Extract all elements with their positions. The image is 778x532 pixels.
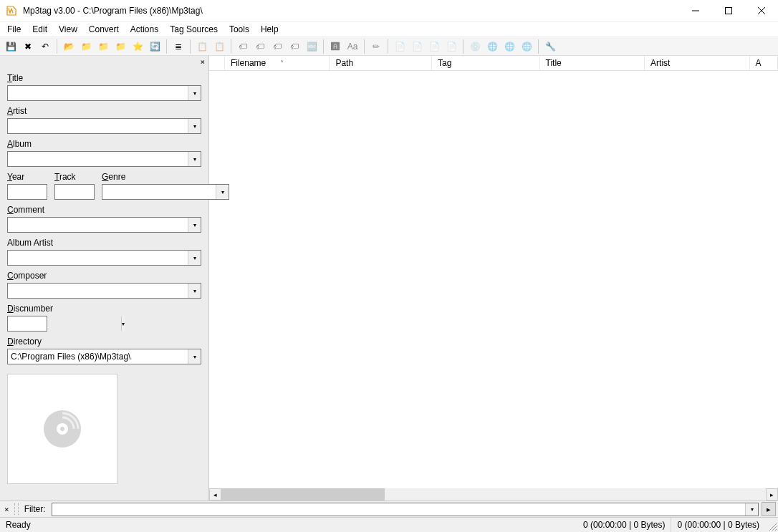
directory-label: Directory (7, 337, 201, 347)
titlebar: Mp3tag v3.00 - C:\Program Files (x86)\Mp… (0, 0, 778, 22)
column-headers: FilenamePathTagTitleArtistA (209, 56, 778, 71)
track-label: Track (54, 172, 95, 182)
genre-label: Genre (102, 172, 229, 182)
comment-field[interactable]: ▾ (7, 217, 201, 233)
chevron-down-icon[interactable]: ▾ (188, 152, 201, 166)
file-to-tag-icon: 🏷 (252, 39, 268, 54)
chevron-down-icon[interactable]: ▾ (188, 218, 201, 232)
list-icon[interactable]: ≣ (171, 39, 186, 54)
column-path[interactable]: Path (330, 56, 432, 70)
doc3-icon: 📄 (426, 39, 442, 54)
close-icon[interactable]: × (198, 57, 207, 67)
filter-field[interactable]: ▾ (52, 503, 759, 516)
status-total: 0 (00:00:00 | 0 Bytes) (671, 518, 765, 532)
delete-icon[interactable]: ✖ (20, 39, 36, 54)
folder-fav-icon[interactable]: 📁 (112, 39, 128, 54)
apply-filter-button[interactable]: ▸ (762, 502, 776, 516)
scroll-thumb[interactable] (221, 488, 385, 500)
status-selection: 0 (00:00:00 | 0 Bytes) (577, 518, 672, 532)
album-label: Album (7, 139, 201, 149)
filter-bar: × Filter: ▾ ▸ (0, 500, 778, 517)
folder-star-icon[interactable]: 📁 (95, 39, 111, 54)
copy-icon: 📋 (194, 39, 210, 54)
artist-label: Artist (7, 106, 201, 116)
albumartist-field[interactable]: ▾ (7, 250, 201, 266)
tag-to-file-icon: 🏷 (235, 39, 251, 54)
text-convert-icon: 🔤 (304, 39, 320, 54)
column-tag[interactable]: Tag (432, 56, 539, 70)
menu-tag-sources[interactable]: Tag Sources (164, 23, 224, 36)
composer-label: Composer (7, 271, 201, 281)
scroll-right-icon[interactable]: ▸ (766, 488, 778, 500)
discnumber-field[interactable]: ▾ (7, 316, 47, 332)
status-bar: Ready 0 (00:00:00 | 0 Bytes) 0 (00:00:00… (0, 517, 778, 532)
status-ready: Ready (0, 518, 43, 532)
app-icon (6, 5, 17, 16)
title-field[interactable]: ▾ (7, 85, 201, 101)
year-field[interactable]: ▾ (7, 184, 47, 200)
cover-art[interactable] (7, 374, 117, 484)
disc-icon: 💿 (467, 39, 483, 54)
column-filename[interactable]: Filename (225, 56, 330, 70)
file-list-body[interactable] (209, 71, 778, 488)
chevron-down-icon[interactable]: ▾ (188, 349, 201, 364)
menu-convert[interactable]: Convert (83, 23, 125, 36)
chevron-down-icon[interactable]: ▾ (188, 119, 201, 133)
row-gutter (209, 56, 225, 70)
resize-grip[interactable] (765, 518, 778, 532)
track-field[interactable]: ▾ (54, 184, 95, 200)
directory-field[interactable]: ▾ (7, 349, 201, 364)
horizontal-scrollbar[interactable]: ◂ ▸ (209, 488, 778, 500)
menu-tools[interactable]: Tools (224, 23, 255, 36)
star-icon[interactable]: ⭐ (130, 39, 145, 54)
doc2-icon: 📄 (409, 39, 425, 54)
menu-actions[interactable]: Actions (125, 23, 164, 36)
refresh-icon[interactable]: 🔄 (147, 39, 163, 54)
svg-point-6 (60, 427, 64, 431)
web2-icon: 🌐 (501, 39, 517, 54)
web-icon: 🌐 (484, 39, 500, 54)
window-title: Mp3tag v3.00 - C:\Program Files (x86)\Mp… (23, 6, 203, 16)
chevron-down-icon[interactable]: ▾ (188, 251, 201, 265)
column-a[interactable]: A (750, 56, 778, 70)
save-icon[interactable]: 💾 (3, 39, 19, 54)
column-artist[interactable]: Artist (645, 56, 750, 70)
year-label: Year (7, 172, 47, 182)
close-icon[interactable]: × (2, 505, 11, 514)
menu-help[interactable]: Help (255, 23, 284, 36)
toolbar: 💾✖↶📂📁📁📁⭐🔄≣📋📋🏷🏷🏷🏷🔤🅰Aa✏📄📄📄📄💿🌐🌐🌐🔧 (0, 37, 778, 56)
chevron-down-icon[interactable]: ▾ (188, 86, 201, 100)
tag-to-tag-icon: 🏷 (269, 39, 285, 54)
menubar: FileEditViewConvertActionsTag SourcesToo… (0, 22, 778, 37)
doc4-icon: 📄 (443, 39, 459, 54)
artist-field[interactable]: ▾ (7, 118, 201, 134)
replace-icon: 🅰 (327, 39, 343, 54)
chevron-down-icon[interactable]: ▾ (216, 185, 229, 199)
close-button[interactable] (745, 0, 778, 22)
chevron-down-icon[interactable]: ▾ (121, 316, 125, 331)
genre-field[interactable]: ▾ (102, 184, 229, 200)
folder-open-icon[interactable]: 📂 (61, 39, 77, 54)
chevron-down-icon[interactable]: ▾ (745, 503, 758, 516)
tools-icon[interactable]: 🔧 (542, 39, 558, 54)
svg-rect-1 (726, 8, 732, 14)
doc-icon: 📄 (392, 39, 408, 54)
caseconv-icon: Aa (345, 39, 360, 54)
minimize-button[interactable] (679, 0, 712, 22)
chevron-down-icon[interactable]: ▾ (188, 284, 201, 298)
scroll-left-icon[interactable]: ◂ (209, 488, 221, 500)
menu-view[interactable]: View (53, 23, 83, 36)
tag-panel: × Title ▾ Artist ▾ Album ▾ Year (0, 56, 209, 500)
column-title[interactable]: Title (540, 56, 645, 70)
undo-icon[interactable]: ↶ (37, 39, 53, 54)
discnumber-label: Discnumber (7, 304, 201, 314)
menu-edit[interactable]: Edit (27, 23, 53, 36)
web3-icon: 🌐 (519, 39, 534, 54)
composer-field[interactable]: ▾ (7, 283, 201, 299)
maximize-button[interactable] (712, 0, 745, 22)
menu-file[interactable]: File (1, 23, 27, 36)
filter-label: Filter: (21, 504, 49, 514)
album-field[interactable]: ▾ (7, 151, 201, 167)
filename-tag-icon: 🏷 (287, 39, 302, 54)
folder-add-icon[interactable]: 📁 (78, 39, 94, 54)
